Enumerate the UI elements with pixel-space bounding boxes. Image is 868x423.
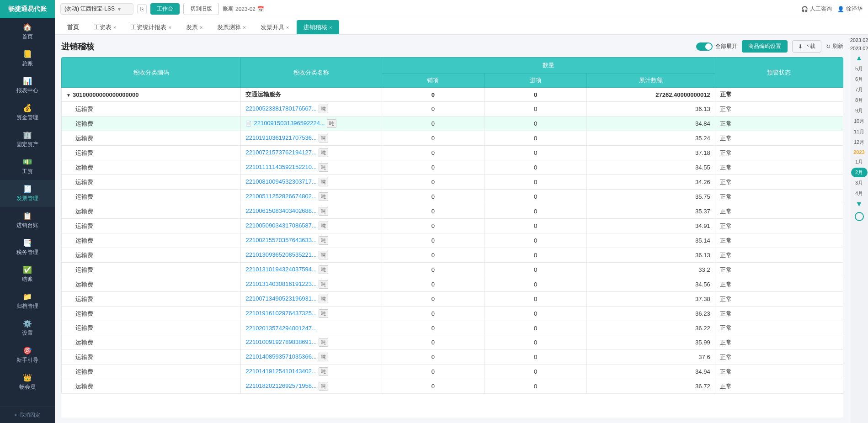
item-name-cell: 运输费 bbox=[62, 321, 241, 335]
sidebar-item-home[interactable]: 🏠 首页 bbox=[0, 18, 55, 45]
panel-month-10[interactable]: 10月 bbox=[851, 116, 868, 126]
tab-purchase-sales-check[interactable]: 进销稽核 × bbox=[297, 20, 339, 34]
sidebar-item-reports[interactable]: 📊 报表中心 bbox=[0, 72, 55, 99]
salary-icon: 💵 bbox=[23, 158, 32, 166]
tab-home[interactable]: 首页 bbox=[60, 20, 86, 34]
table-row[interactable]: 运输费 22100615083403402688... 吨 0 0 35.37 … bbox=[62, 204, 843, 219]
switch-version-button[interactable]: 切到旧版 bbox=[183, 3, 219, 15]
table-row[interactable]: 运输费 22100721573762194127... 吨 0 0 37.18 … bbox=[62, 146, 843, 160]
sidebar-item-funds[interactable]: 💰 资金管理 bbox=[0, 99, 55, 126]
item-cumulative-cell: 36.72 bbox=[587, 379, 715, 394]
item-purchase-cell: 0 bbox=[485, 350, 587, 365]
sidebar-item-tax[interactable]: 📑 税务管理 bbox=[0, 234, 55, 261]
item-cumulative-cell: 35.99 bbox=[587, 335, 715, 350]
panel-month-5[interactable]: 5月 bbox=[851, 64, 868, 74]
item-status-cell: 正常 bbox=[715, 248, 843, 263]
copy-button[interactable]: ⎘ bbox=[137, 4, 147, 14]
company-selector[interactable]: (勿动) 江西报宝-LSS ▼ bbox=[60, 3, 133, 15]
panel-circle-btn[interactable] bbox=[855, 212, 864, 221]
table-row[interactable]: 运输费 22100713490523196931... 吨 0 0 37.38 … bbox=[62, 292, 843, 307]
tab-invoice-open-close[interactable]: × bbox=[286, 25, 289, 30]
sidebar-item-archive[interactable]: 📁 归档管理 bbox=[0, 288, 55, 315]
sidebar-item-invoice-mgmt[interactable]: 🧾 发票管理 bbox=[0, 180, 55, 207]
unit-tag: 吨 bbox=[319, 367, 328, 376]
support-link[interactable]: 🎧 人工咨询 bbox=[801, 5, 832, 13]
panel-nav-down[interactable]: ▼ bbox=[855, 199, 864, 209]
panel-month-6[interactable]: 6月 bbox=[851, 74, 868, 84]
panel-month-12[interactable]: 12月 bbox=[851, 137, 868, 147]
sidebar-item-salary[interactable]: 💵 工资 bbox=[0, 153, 55, 180]
sidebar-item-closing[interactable]: ✅ 结账 bbox=[0, 261, 55, 288]
table-row[interactable]: 运输费 22101408593571035366... 吨 0 0 37.6 正… bbox=[62, 350, 843, 365]
item-name-cell: 运输费 bbox=[62, 292, 241, 307]
table-row[interactable]: 运输费 📄22100915031396592224... 吨 0 0 34.84… bbox=[62, 116, 843, 131]
tab-invoice-calc-close[interactable]: × bbox=[243, 25, 245, 30]
page-main: 进销稽核 全部展开 商品编码设置 ⬇ 下载 ↻ 刷新 bbox=[55, 35, 850, 423]
panel-month-8[interactable]: 8月 bbox=[851, 95, 868, 105]
tab-invoice-open[interactable]: 发票开具 × bbox=[254, 20, 296, 34]
item-cumulative-cell: 34.91 bbox=[587, 219, 715, 233]
item-cumulative-cell: 36.22 bbox=[587, 321, 715, 335]
sidebar-item-purchase-sales[interactable]: 📋 进销台账 bbox=[0, 207, 55, 234]
period-label: 账期 bbox=[223, 5, 234, 13]
refresh-button[interactable]: ↻ 刷新 bbox=[826, 42, 843, 50]
goods-setting-button[interactable]: 商品编码设置 bbox=[742, 40, 788, 53]
panel-nav-up[interactable]: ▲ bbox=[855, 53, 864, 63]
sidebar-item-assets[interactable]: 🏢 固定资产 bbox=[0, 126, 55, 153]
item-name-cell: 运输费 bbox=[62, 379, 241, 394]
tab-invoice-close[interactable]: × bbox=[200, 25, 202, 30]
col-cumulative: 累计数额 bbox=[587, 74, 715, 88]
table-row[interactable]: 运输费 22100215570357643633... 吨 0 0 35.14 … bbox=[62, 233, 843, 248]
table-row[interactable]: 运输费 22101916102976437325... 吨 0 0 36.23 … bbox=[62, 307, 843, 321]
panel-month-2[interactable]: 2月 bbox=[851, 168, 868, 177]
period-selector[interactable]: 账期 2023-02 📅 bbox=[223, 5, 264, 13]
user-profile[interactable]: 👤 徐泽华 bbox=[837, 5, 863, 13]
sidebar-item-settings[interactable]: ⚙️ 设置 bbox=[0, 315, 55, 342]
panel-month-1[interactable]: 1月 bbox=[851, 157, 868, 167]
sidebar-item-guide[interactable]: 🎯 新手引导 bbox=[0, 342, 55, 369]
tab-salary-stats[interactable]: 工资统计报表 × bbox=[124, 20, 178, 34]
table-row[interactable]: 运输费 22101111143592152210... 吨 0 0 34.55 … bbox=[62, 160, 843, 175]
sidebar-item-ledger[interactable]: 📒 总账 bbox=[0, 45, 55, 72]
item-status-cell: 正常 bbox=[715, 102, 843, 116]
item-invoice-cell: 22100509034317086587... 吨 bbox=[241, 219, 382, 233]
item-cumulative-cell: 36.13 bbox=[587, 102, 715, 116]
tab-invoice-calc[interactable]: 发票测算 × bbox=[210, 20, 252, 34]
panel-month-11[interactable]: 11月 bbox=[851, 127, 868, 137]
table-row[interactable]: 运输费 22100523381780176567... 吨 0 0 36.13 … bbox=[62, 102, 843, 116]
item-sales-cell: 0 bbox=[382, 219, 484, 233]
panel-month-7[interactable]: 7月 bbox=[851, 85, 868, 95]
table-row[interactable]: 运输费 22100511252826674802... 吨 0 0 35.75 … bbox=[62, 190, 843, 204]
tab-salary-stats-close[interactable]: × bbox=[168, 25, 171, 30]
unpin-button[interactable]: ⇤ 取消固定 bbox=[0, 407, 55, 423]
tab-salary-table-close[interactable]: × bbox=[113, 25, 116, 30]
workbench-button[interactable]: 工作台 bbox=[150, 3, 180, 15]
table-row[interactable]: 运输费 22101910361921707536... 吨 0 0 35.24 … bbox=[62, 131, 843, 146]
sidebar-item-vip[interactable]: 👑 畅会员 bbox=[0, 369, 55, 396]
table-row[interactable]: 运输费 22101314030816191223... 吨 0 0 34.56 … bbox=[62, 277, 843, 292]
panel-month-4[interactable]: 4月 bbox=[851, 189, 868, 198]
tab-purchase-sales-check-close[interactable]: × bbox=[329, 25, 332, 30]
table-row[interactable]: 运输费 22101009192789838691... 吨 0 0 35.99 … bbox=[62, 335, 843, 350]
download-button[interactable]: ⬇ 下载 bbox=[792, 40, 821, 53]
table-row[interactable]: ▼30100000000000000000 交通运输服务 0 0 27262.4… bbox=[62, 88, 843, 102]
panel-month-9[interactable]: 9月 bbox=[851, 106, 868, 116]
tab-invoice-calc-label: 发票测算 bbox=[217, 23, 241, 32]
table-row[interactable]: 运输费 22101310194324037594... 吨 0 0 33.2 正… bbox=[62, 263, 843, 277]
tab-salary-table[interactable]: 工资表 × bbox=[87, 20, 123, 34]
table-row[interactable]: 运输费 22101820212692571958... 吨 0 0 36.72 … bbox=[62, 379, 843, 394]
item-sales-cell: 0 bbox=[382, 102, 484, 116]
table-row[interactable]: 运输费 22101309365208535221... 吨 0 0 36.13 … bbox=[62, 248, 843, 263]
item-purchase-cell: 0 bbox=[485, 204, 587, 219]
table-row[interactable]: 运输费 22101419125410143402... 吨 0 0 34.94 … bbox=[62, 365, 843, 379]
table-row[interactable]: 运输费 22100810094532303717... 吨 0 0 34.26 … bbox=[62, 175, 843, 190]
unit-tag: 吨 bbox=[319, 222, 328, 230]
toggle-all-control[interactable]: 全部展开 bbox=[696, 42, 737, 51]
toggle-switch[interactable] bbox=[696, 42, 713, 51]
tab-invoice[interactable]: 发票 × bbox=[179, 20, 209, 34]
table-row[interactable]: 运输费 22100509034317086587... 吨 0 0 34.91 … bbox=[62, 219, 843, 233]
table-row[interactable]: 运输费 22102013574294001247... 0 0 36.22 正常 bbox=[62, 321, 843, 335]
item-purchase-cell: 0 bbox=[485, 219, 587, 233]
panel-month-3[interactable]: 3月 bbox=[851, 178, 868, 188]
item-status-cell: 正常 bbox=[715, 277, 843, 292]
